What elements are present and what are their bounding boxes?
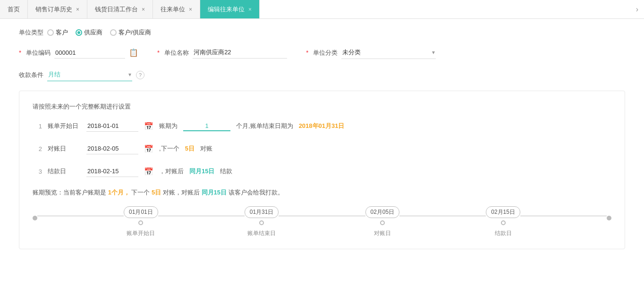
chevron-down-icon: ▾ (128, 71, 131, 78)
condition-row-2: 2 对账日 📅 ,下一个 5日 对账 (33, 143, 611, 154)
timeline-label-4: 02月15日 (486, 206, 520, 218)
close-icon[interactable]: × (248, 6, 252, 13)
tab-expand-button[interactable]: › (630, 5, 644, 14)
radio-customer[interactable]: 客户 (47, 28, 68, 37)
timeline-node-2: 01月31日 账单结束日 (245, 206, 279, 237)
timeline-sublabel-2: 账单结束日 (247, 229, 276, 237)
timeline-node-4: 02月15日 结款日 (486, 206, 520, 237)
payment-desc-prefix: ，对账后 (159, 167, 184, 176)
unit-name-field: * 单位名称 (157, 47, 287, 59)
timeline: 01月01日 账单开始日 01月31日 账单结束日 02月05日 对账日 (33, 206, 611, 237)
timeline-sublabel-1: 账单开始日 (127, 229, 155, 237)
close-icon[interactable]: × (76, 6, 79, 13)
close-icon[interactable]: × (142, 6, 145, 13)
main-content: 单位类型 客户 供应商 客户/供应商 * 单位编码 (0, 19, 644, 287)
condition-box: 请按照未来的一个完整帐期进行设置 1 账单开始日 📅 账期为 个月,账单结束日期… (19, 91, 625, 249)
timeline-dot-1 (138, 220, 143, 225)
payment-terms-row: 收款条件 月结 ▾ ? (19, 68, 625, 81)
calendar-icon[interactable]: 📅 (144, 122, 153, 131)
condition-row-1: 1 账单开始日 📅 账期为 个月,账单结束日期为 2018年01月31日 (33, 120, 611, 132)
radio-group: 客户 供应商 客户/供应商 (47, 28, 151, 37)
unit-name-input[interactable] (193, 47, 287, 59)
reconcile-highlight: 5日 (185, 144, 195, 153)
tab-edit-partner[interactable]: 编辑往来单位 × (200, 0, 260, 18)
timeline-node-3: 02月05日 对账日 (365, 206, 400, 237)
period-end: 2018年01月31日 (299, 122, 345, 130)
row-num-1: 1 (33, 123, 42, 130)
timeline-dot-4 (501, 220, 506, 225)
unit-category-field: * 单位分类 未分类 ▾ (306, 46, 436, 59)
period-suffix: 个月,账单结束日期为 (236, 122, 293, 130)
tab-bar: 首页 销售订单历史 × 钱货日清工作台 × 往来单位 × 编辑往来单位 × › (0, 0, 644, 19)
copy-icon[interactable]: 📋 (129, 48, 138, 57)
unit-info-row: * 单位编码 📋 * 单位名称 * 单位分类 未分类 ▾ (19, 46, 625, 59)
row-label-2: 对账日 (48, 144, 81, 153)
radio-supplier-circle (76, 29, 82, 36)
help-icon[interactable]: ? (136, 71, 144, 79)
calendar-icon[interactable]: 📅 (144, 167, 153, 176)
unit-category-value: 未分类 (342, 48, 430, 57)
unit-category-label: 单位分类 (313, 49, 338, 57)
unit-type-field: 单位类型 客户 供应商 客户/供应商 (19, 28, 151, 37)
timeline-node-1: 01月01日 账单开始日 (124, 206, 158, 237)
unit-type-label: 单位类型 (19, 28, 43, 37)
unit-code-input[interactable] (54, 47, 125, 59)
reconcile-date-input[interactable] (86, 143, 138, 154)
payment-terms-label: 收款条件 (19, 71, 43, 79)
radio-both[interactable]: 客户/供应商 (110, 28, 151, 37)
row-label-3: 结款日 (48, 167, 81, 176)
row-num-3: 3 (33, 168, 42, 175)
chevron-down-icon: ▾ (432, 49, 435, 56)
row-label-1: 账单开始日 (48, 122, 81, 130)
payment-date-input[interactable] (86, 166, 138, 177)
reconcile-desc-prefix: ,下一个 (159, 144, 179, 153)
preview-text: 账期预览：当前客户账期是 1个月， 下一个 5日 对账，对账后 同月15日 该客… (33, 188, 611, 197)
payment-highlight: 同月15日 (189, 167, 214, 176)
unit-type-row: 单位类型 客户 供应商 客户/供应商 (19, 28, 625, 37)
period-prefix: 账期为 (159, 122, 178, 130)
close-icon[interactable]: × (189, 6, 192, 13)
timeline-start-dot (33, 216, 37, 220)
timeline-label-1: 01月01日 (124, 206, 158, 218)
payment-desc-suffix: 结款 (220, 167, 232, 176)
radio-supplier[interactable]: 供应商 (76, 28, 102, 37)
payment-terms-field: 收款条件 月结 ▾ ? (19, 68, 144, 81)
calendar-icon[interactable]: 📅 (144, 144, 153, 153)
timeline-end-dot (607, 216, 611, 220)
row-num-2: 2 (33, 145, 42, 152)
timeline-label-3: 02月05日 (365, 206, 400, 218)
payment-terms-value: 月结 (48, 70, 127, 79)
tab-home[interactable]: 首页 (0, 0, 28, 18)
payment-terms-select[interactable]: 月结 ▾ (47, 68, 132, 81)
tab-partners[interactable]: 往来单位 × (153, 0, 200, 18)
start-date-input[interactable] (86, 120, 138, 132)
condition-title: 请按照未来的一个完整帐期进行设置 (33, 102, 611, 111)
condition-row-3: 3 结款日 📅 ，对账后 同月15日 结款 (33, 166, 611, 177)
tab-sales-history[interactable]: 销售订单历史 × (28, 0, 87, 18)
unit-category-select[interactable]: 未分类 ▾ (341, 46, 436, 59)
period-input[interactable] (183, 121, 230, 131)
timeline-dot-2 (259, 220, 264, 225)
timeline-dot-3 (380, 220, 385, 225)
unit-code-field: * 单位编码 📋 (19, 47, 138, 59)
tab-cash-daily[interactable]: 钱货日清工作台 × (87, 0, 153, 18)
unit-name-label: 单位名称 (164, 49, 189, 57)
radio-customer-circle (47, 29, 54, 36)
timeline-sublabel-3: 对账日 (374, 229, 391, 237)
unit-code-label: 单位编码 (26, 49, 51, 57)
timeline-sublabel-4: 结款日 (495, 229, 512, 237)
radio-both-circle (110, 29, 117, 36)
reconcile-desc-suffix: 对账 (200, 144, 212, 153)
timeline-label-2: 01月31日 (245, 206, 279, 218)
